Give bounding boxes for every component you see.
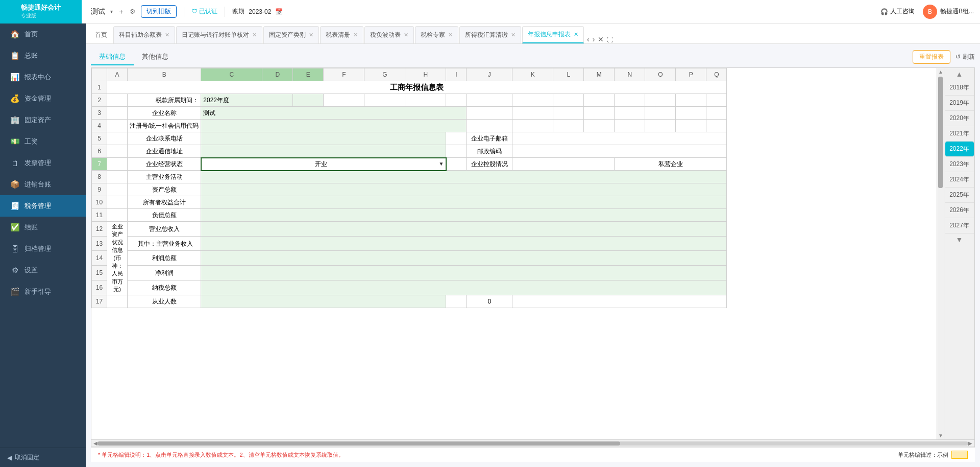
scroll-down-btn[interactable]: ▼ [937, 432, 944, 439]
cell-4b[interactable]: 注册号/统一社会信用代码 [128, 120, 201, 132]
cell-17j[interactable]: 0 [467, 295, 512, 308]
tab-close-subject[interactable]: ✕ [165, 32, 169, 38]
col-header-j[interactable]: J [467, 68, 512, 81]
cell-6c[interactable] [201, 145, 446, 158]
year-2018[interactable]: 2018年 [945, 80, 974, 96]
cell-11c[interactable] [201, 209, 727, 222]
switch-old-btn[interactable]: 切到旧版 [141, 5, 177, 18]
year-2025[interactable]: 2025年 [945, 188, 974, 203]
sidebar-item-finance[interactable]: 💰 资金管理 [0, 88, 86, 109]
col-header-g[interactable]: G [364, 68, 405, 81]
tab-nav-close[interactable]: ✕ [598, 35, 604, 43]
sidebar-item-reports[interactable]: 📊 报表中心 [0, 66, 86, 88]
cell-5k[interactable] [512, 132, 727, 145]
col-header-n[interactable]: N [615, 68, 645, 81]
user-area[interactable]: B 畅捷通B组... [923, 5, 974, 19]
col-header-i[interactable]: I [446, 68, 467, 81]
col-header-h[interactable]: H [405, 68, 446, 81]
col-header-k[interactable]: K [512, 68, 553, 81]
hscroll-track[interactable] [97, 441, 968, 446]
sidebar-item-assets[interactable]: 🏢 固定资产 [0, 109, 86, 131]
spreadsheet-main[interactable]: A B C D E F G H I J [91, 68, 937, 439]
sidebar-footer-unpin[interactable]: ◀ 取消固定 [0, 448, 86, 467]
calendar-icon[interactable]: 📅 [275, 8, 283, 15]
col-header-b[interactable]: B [128, 68, 201, 81]
cell-7c-dropdown[interactable]: 开业 ▼ [201, 158, 446, 171]
scroll-thumb[interactable] [938, 77, 943, 188]
hscroll-thumb[interactable] [97, 441, 620, 446]
cell-4c[interactable] [201, 120, 467, 132]
title-dropdown-icon[interactable]: ▾ [110, 9, 113, 14]
tab-close-incometax[interactable]: ✕ [511, 32, 516, 38]
cell-5c[interactable] [201, 132, 446, 145]
cell-9c[interactable] [201, 183, 727, 196]
cell-6k[interactable] [512, 145, 727, 158]
tab-close-taxwave[interactable]: ✕ [404, 32, 408, 38]
sidebar-item-payroll[interactable]: 💵 工资 [0, 131, 86, 152]
cell-16c[interactable] [201, 280, 727, 295]
tab-nav-next[interactable]: › [593, 35, 595, 43]
sidebar-item-ledger[interactable]: 📋 总账 [0, 45, 86, 66]
cell-15c[interactable] [201, 266, 727, 281]
service-btn[interactable]: 🎧 人工咨询 [880, 7, 915, 16]
cell-12c[interactable] [201, 222, 727, 237]
tab-tax-list[interactable]: 税表清册 ✕ [320, 26, 363, 43]
cell-5j[interactable]: 企业电子邮箱 [467, 132, 512, 145]
cell-11b[interactable]: 负债总额 [128, 209, 201, 222]
cell-8c[interactable] [201, 171, 727, 183]
cell-16b[interactable]: 纳税总额 [128, 280, 201, 295]
tab-subject-balance[interactable]: 科目辅助余额表 ✕ [113, 26, 175, 43]
col-header-m[interactable]: M [584, 68, 615, 81]
sheet-title[interactable]: 工商年报信息表 [107, 81, 727, 94]
cell-8b[interactable]: 主营业务活动 [128, 171, 201, 183]
year-panel-up[interactable]: ▲ [945, 68, 974, 80]
col-header-f[interactable]: F [324, 68, 364, 81]
tab-close-journal[interactable]: ✕ [252, 32, 257, 38]
cell-10c[interactable] [201, 196, 727, 209]
cell-3b[interactable]: 企业名称 [128, 107, 201, 120]
tab-journal[interactable]: 日记账与银行对账单核对 ✕ [176, 26, 262, 43]
tab-close-taxinspect[interactable]: ✕ [448, 32, 453, 38]
cell-15b[interactable]: 净利润 [128, 266, 201, 281]
year-2026[interactable]: 2026年 [945, 203, 974, 218]
sub-tab-other[interactable]: 其他信息 [134, 49, 177, 65]
tab-annual-report[interactable]: 年报信息申报表 ✕ [522, 26, 584, 43]
hscroll-right-btn[interactable]: ▶ [968, 440, 972, 446]
col-header-e[interactable]: E [293, 68, 324, 81]
col-header-l[interactable]: L [553, 68, 584, 81]
tab-tax-inspect[interactable]: 税检专家 ✕ [415, 26, 458, 43]
cell-9b[interactable]: 资产总额 [128, 183, 201, 196]
year-panel-down[interactable]: ▼ [945, 233, 974, 246]
cell-2c[interactable]: 2022年度 [201, 94, 293, 107]
col-header-q[interactable]: Q [706, 68, 727, 81]
sidebar-item-settings[interactable]: ⚙ 设置 [0, 260, 86, 281]
year-2020[interactable]: 2020年 [945, 111, 974, 126]
tab-nav-prev[interactable]: ‹ [587, 35, 590, 43]
sidebar-item-invoice[interactable]: 🗒 发票管理 [0, 152, 86, 174]
tab-close-fixed[interactable]: ✕ [309, 32, 313, 38]
year-2021[interactable]: 2021年 [945, 126, 974, 142]
col-header-c[interactable]: C [201, 68, 262, 81]
cell-7j[interactable]: 企业控股情况 [467, 158, 512, 171]
tab-tax-wave[interactable]: 税负波动表 ✕ [364, 26, 414, 43]
sidebar-item-guide[interactable]: 🎬 新手引导 [0, 281, 86, 302]
hscroll-left-btn[interactable]: ◀ [93, 440, 97, 446]
vertical-scrollbar[interactable]: ▲ ▼ [937, 68, 944, 439]
cell-14c[interactable] [201, 251, 727, 266]
sidebar-item-tax[interactable]: 🧾 税务管理 [0, 195, 86, 217]
sidebar-item-home[interactable]: 🏠 首页 [0, 24, 86, 45]
refresh-btn[interactable]: ↺ 刷新 [955, 50, 975, 64]
cell-7b[interactable]: 企业经营状态 [128, 158, 201, 171]
cell-7n[interactable]: 私营企业 [615, 158, 727, 171]
col-header-p[interactable]: P [676, 68, 706, 81]
year-2019[interactable]: 2019年 [945, 96, 974, 111]
col-header-a[interactable]: A [107, 68, 128, 81]
tab-nav-expand[interactable]: ⛶ [607, 36, 613, 43]
add-tab-icon[interactable]: ＋ [118, 7, 125, 16]
cell-13c[interactable] [201, 236, 727, 251]
cell-13b[interactable]: 其中：主营业务收入 [128, 236, 201, 251]
sidebar-item-close[interactable]: ✅ 结账 [0, 217, 86, 238]
year-2022[interactable]: 2022年 [945, 142, 974, 157]
horizontal-scrollbar[interactable]: ◀ ▶ [91, 439, 974, 447]
cell-3c[interactable]: 测试 [201, 107, 467, 120]
